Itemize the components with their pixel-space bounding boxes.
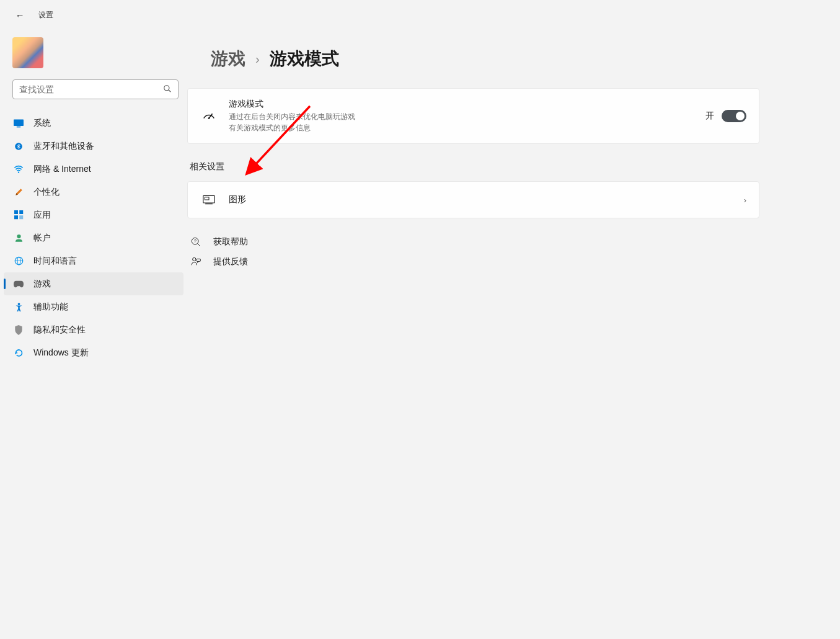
user-avatar-area[interactable] xyxy=(4,30,187,79)
nav-label: 辅助功能 xyxy=(33,302,68,313)
svg-point-5 xyxy=(18,171,19,172)
svg-text:?: ? xyxy=(194,238,197,244)
svg-point-23 xyxy=(193,257,196,261)
accounts-icon xyxy=(12,232,25,244)
game-mode-card: 游戏模式 通过在后台关闭内容来优化电脑玩游戏 有关游戏模式的更多信息 开 xyxy=(187,88,759,144)
help-icon: ? xyxy=(190,236,202,248)
sidebar-item-privacy[interactable]: 隐私和安全性 xyxy=(4,318,183,341)
sidebar-item-time-language[interactable]: 时间和语言 xyxy=(4,249,183,272)
svg-line-1 xyxy=(169,89,171,92)
privacy-icon xyxy=(12,324,25,336)
svg-rect-3 xyxy=(17,126,20,127)
game-mode-toggle[interactable] xyxy=(722,110,746,122)
svg-point-16 xyxy=(208,117,210,119)
nav-label: Windows 更新 xyxy=(33,347,89,359)
sidebar-item-accessibility[interactable]: 辅助功能 xyxy=(4,295,183,318)
search-input[interactable] xyxy=(19,84,159,94)
svg-rect-6 xyxy=(14,210,18,214)
breadcrumb: 游戏 › 游戏模式 xyxy=(187,47,759,71)
gaming-icon xyxy=(12,278,25,290)
sidebar-item-network[interactable]: 网络 & Internet xyxy=(4,158,183,181)
get-help-label: 获取帮助 xyxy=(213,236,248,248)
sidebar-item-accounts[interactable]: 帐户 xyxy=(4,226,183,249)
accessibility-icon xyxy=(12,301,25,313)
sidebar-item-windows-update[interactable]: Windows 更新 xyxy=(4,341,183,364)
sidebar: 系统 蓝牙和其他设备 网络 & Internet 个性化 xyxy=(0,30,187,639)
nav-label: 个性化 xyxy=(33,187,60,198)
card-text-area: 游戏模式 通过在后台关闭内容来优化电脑玩游戏 有关游戏模式的更多信息 xyxy=(229,99,705,133)
windows-update-icon xyxy=(12,347,25,359)
sidebar-item-bluetooth[interactable]: 蓝牙和其他设备 xyxy=(4,135,183,158)
page-title: 游戏模式 xyxy=(270,47,339,71)
title-bar: ← 设置 xyxy=(0,0,840,30)
back-button[interactable]: ← xyxy=(10,5,30,25)
give-feedback-link[interactable]: 提供反馈 xyxy=(190,256,759,268)
nav-label: 时间和语言 xyxy=(33,256,77,267)
search-box[interactable] xyxy=(12,79,179,99)
search-icon xyxy=(163,84,172,95)
get-help-link[interactable]: ? 获取帮助 xyxy=(190,236,759,248)
svg-rect-24 xyxy=(197,259,200,261)
search-container xyxy=(4,79,187,107)
sidebar-item-personalization[interactable]: 个性化 xyxy=(4,181,183,203)
graphics-settings-link[interactable]: 图形 › xyxy=(187,181,759,218)
toggle-state-label: 开 xyxy=(705,110,714,122)
toggle-group: 开 xyxy=(705,110,746,122)
nav-label: 网络 & Internet xyxy=(33,164,91,175)
svg-point-14 xyxy=(17,303,20,305)
nav-label: 蓝牙和其他设备 xyxy=(33,141,94,152)
personalization-icon xyxy=(12,186,25,199)
feedback-label: 提供反馈 xyxy=(213,256,248,267)
related-settings-heading: 相关设置 xyxy=(187,161,759,172)
display-card-icon xyxy=(200,195,218,205)
main-content: 游戏 › 游戏模式 游戏模式 通过在后台关闭内容来优化电脑玩游戏 有关游戏模式的… xyxy=(187,30,840,639)
svg-rect-2 xyxy=(14,119,24,125)
svg-rect-18 xyxy=(205,197,209,200)
graphics-label: 图形 xyxy=(229,194,744,205)
help-links: ? 获取帮助 提供反馈 xyxy=(187,236,759,268)
card-title: 游戏模式 xyxy=(229,99,705,110)
svg-point-0 xyxy=(164,85,169,90)
nav-label: 隐私和安全性 xyxy=(33,324,86,336)
nav-list: 系统 蓝牙和其他设备 网络 & Internet 个性化 xyxy=(4,107,187,364)
svg-rect-7 xyxy=(19,210,23,214)
user-avatar-icon xyxy=(12,37,43,68)
card-description: 通过在后台关闭内容来优化电脑玩游戏 xyxy=(229,111,705,122)
feedback-icon xyxy=(190,256,202,268)
sidebar-item-system[interactable]: 系统 xyxy=(4,112,183,135)
nav-label: 系统 xyxy=(33,118,51,129)
chevron-right-icon: › xyxy=(744,195,746,205)
sidebar-item-apps[interactable]: 应用 xyxy=(4,203,183,226)
nav-label: 游戏 xyxy=(33,279,51,290)
wifi-icon xyxy=(12,163,25,176)
svg-rect-9 xyxy=(19,215,23,219)
sidebar-item-gaming[interactable]: 游戏 xyxy=(4,272,183,295)
svg-rect-8 xyxy=(14,215,18,219)
speedometer-icon xyxy=(200,109,218,123)
nav-label: 应用 xyxy=(33,210,51,221)
nav-label: 帐户 xyxy=(33,233,51,244)
bluetooth-icon xyxy=(12,140,25,153)
system-icon xyxy=(12,117,25,130)
svg-point-10 xyxy=(17,235,20,238)
breadcrumb-parent[interactable]: 游戏 xyxy=(211,47,245,71)
card-more-info-link[interactable]: 有关游戏模式的更多信息 xyxy=(229,122,705,133)
svg-line-22 xyxy=(198,244,200,246)
apps-icon xyxy=(12,209,25,221)
arrow-left-icon: ← xyxy=(15,10,25,20)
chevron-right-icon: › xyxy=(255,52,260,66)
time-language-icon xyxy=(12,255,25,267)
window-title: 设置 xyxy=(38,10,53,20)
